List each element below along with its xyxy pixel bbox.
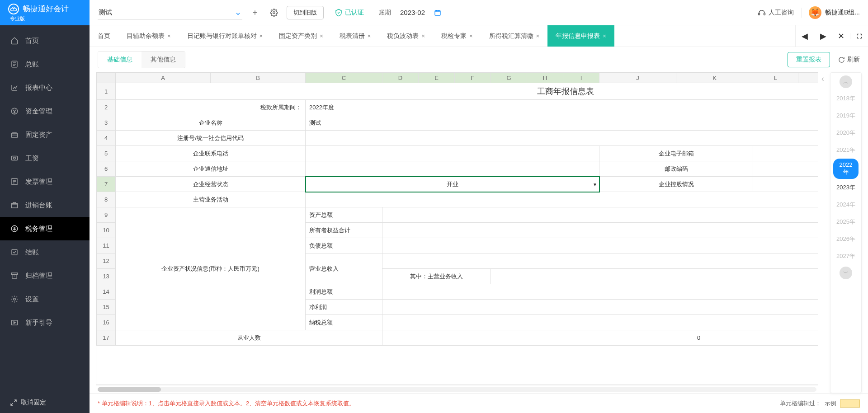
sidebar-item-archive[interactable]: 归档管理 (0, 264, 90, 287)
year-2027年[interactable]: 2027年 (830, 248, 861, 265)
cell[interactable]: 从业人数 (116, 330, 382, 346)
sidebar-item-ledger[interactable]: 总账 (0, 52, 90, 76)
row-header-8[interactable]: 8 (97, 192, 116, 207)
sidebar-item-salary[interactable]: 工资 (0, 146, 90, 170)
row-header-15[interactable]: 15 (97, 300, 116, 315)
sidebar-item-gear[interactable]: 设置 (0, 287, 90, 311)
year-2019年[interactable]: 2019年 (830, 107, 861, 124)
row-header-7[interactable]: 7 (97, 177, 116, 192)
cell[interactable] (306, 161, 599, 177)
col-header-C[interactable]: C (306, 73, 382, 83)
tab-home[interactable]: 首页 (90, 25, 118, 47)
tabs-next-button[interactable]: ▶ (814, 31, 832, 41)
tab-税表清册[interactable]: 税表清册× (331, 25, 379, 47)
col-header-M[interactable]: M (798, 73, 819, 83)
cell[interactable]: 企业经营状态 (116, 177, 306, 192)
company-select[interactable]: 测试 ⌄ (98, 5, 242, 19)
cell[interactable]: 私营企业 (753, 177, 819, 192)
sidebar-item-home[interactable]: 首页 (0, 29, 90, 52)
cell[interactable]: 企业控股情况 (599, 177, 753, 192)
cell[interactable]: 主营业务活动 (116, 192, 306, 207)
close-icon[interactable]: × (167, 33, 171, 39)
sidebar-item-tax[interactable]: 税务管理 (0, 217, 90, 240)
year-2026年[interactable]: 2026年 (830, 230, 861, 248)
row-header-2[interactable]: 2 (97, 100, 116, 115)
tab-税检专家[interactable]: 税检专家× (433, 25, 481, 47)
cell[interactable] (491, 269, 819, 284)
row-header-6[interactable]: 6 (97, 161, 116, 177)
cell[interactable] (382, 284, 819, 300)
horizontal-scrollbar[interactable] (96, 385, 818, 393)
row-header-3[interactable]: 3 (97, 115, 116, 131)
close-icon[interactable]: × (259, 33, 263, 39)
sheet-title[interactable]: 工商年报信息表 (116, 83, 819, 100)
col-header-D[interactable]: D (382, 73, 419, 83)
row-header-17[interactable]: 17 (97, 330, 116, 346)
close-icon[interactable]: × (320, 33, 323, 39)
sidebar-item-asset[interactable]: 固定资产 (0, 123, 90, 146)
col-header-G[interactable]: G (491, 73, 527, 83)
spreadsheet[interactable]: ABCDEFGHIJKLMNOPQ1工商年报信息表2税款所属期间：2022年度3… (96, 72, 818, 385)
cell[interactable] (306, 146, 599, 161)
tabs-fullscreen-button[interactable] (850, 33, 868, 39)
year-2025年[interactable]: 2025年 (830, 213, 861, 230)
cell[interactable] (306, 192, 819, 207)
col-header-E[interactable]: E (419, 73, 455, 83)
tabs-close-button[interactable]: ✕ (832, 31, 850, 41)
cell[interactable]: 净利润 (306, 300, 382, 315)
add-button[interactable] (249, 6, 261, 19)
tab-所得税汇算清缴[interactable]: 所得税汇算清缴× (481, 25, 548, 47)
cell[interactable]: 其中：主营业务收入 (382, 269, 491, 284)
tab-年报信息申报表[interactable]: 年报信息申报表× (547, 25, 614, 47)
year-2024年[interactable]: 2024年 (830, 196, 861, 213)
refresh-button[interactable]: 刷新 (838, 56, 860, 64)
cell[interactable] (382, 315, 819, 330)
cell[interactable]: 营业总收入 (306, 253, 382, 284)
cell[interactable]: 邮政编码 (599, 161, 753, 177)
tabs-prev-button[interactable]: ◀ (796, 31, 814, 41)
tab-日记账与银行对账单核对[interactable]: 日记账与银行对账单核对× (179, 25, 271, 47)
cell[interactable] (753, 161, 819, 177)
cell[interactable] (382, 253, 819, 269)
reset-button[interactable]: 重置报表 (788, 52, 830, 67)
tab-税负波动表[interactable]: 税负波动表× (379, 25, 433, 47)
cell[interactable] (753, 146, 819, 161)
year-2020年[interactable]: 2020年 (830, 124, 861, 141)
col-header-B[interactable]: B (211, 73, 306, 83)
year-2022年[interactable]: 2022年 (833, 159, 859, 179)
year-down-button[interactable]: ﹀ (840, 267, 852, 279)
close-icon[interactable]: × (469, 33, 473, 39)
cell[interactable]: 注册号/统一社会信用代码 (116, 131, 306, 146)
calendar-icon[interactable] (434, 9, 441, 16)
year-up-button[interactable]: ︿ (840, 75, 852, 88)
sidebar-item-money[interactable]: 资金管理 (0, 99, 90, 123)
col-header-J[interactable]: J (599, 73, 676, 83)
close-icon[interactable]: × (368, 33, 371, 39)
business-status-select[interactable]: 开业▼ (306, 177, 599, 192)
col-header-H[interactable]: H (527, 73, 563, 83)
cell[interactable]: 2022年度 (306, 100, 819, 115)
row-header-14[interactable]: 14 (97, 284, 116, 300)
cell[interactable]: 所有者权益合计 (306, 223, 382, 238)
cell[interactable]: 企业资产状况信息(币种：人民币万元) (116, 207, 306, 330)
settings-button[interactable] (268, 6, 280, 19)
cell[interactable]: 测试 (306, 115, 819, 131)
sidebar-item-guide[interactable]: 新手引导 (0, 311, 90, 334)
row-header-10[interactable]: 10 (97, 223, 116, 238)
cell[interactable]: 企业电子邮箱 (599, 146, 753, 161)
cell[interactable] (382, 223, 819, 238)
row-header-16[interactable]: 16 (97, 315, 116, 330)
consult-button[interactable]: 人工咨询 (758, 9, 794, 17)
unpin-button[interactable]: 取消固定 (0, 392, 90, 413)
cell[interactable]: 税款所属期间： (116, 100, 306, 115)
cell[interactable] (382, 207, 819, 223)
row-header-1[interactable]: 1 (97, 83, 116, 100)
row-header-4[interactable]: 4 (97, 131, 116, 146)
year-2023年[interactable]: 2023年 (830, 179, 861, 196)
close-icon[interactable]: × (421, 33, 425, 39)
user-menu[interactable]: 🦊 畅捷通B组... (809, 6, 860, 19)
sidebar-item-stock[interactable]: 进销台账 (0, 193, 90, 217)
sidebar-item-close[interactable]: 结账 (0, 240, 90, 264)
cell[interactable]: 利润总额 (306, 284, 382, 300)
cell[interactable] (306, 131, 819, 146)
